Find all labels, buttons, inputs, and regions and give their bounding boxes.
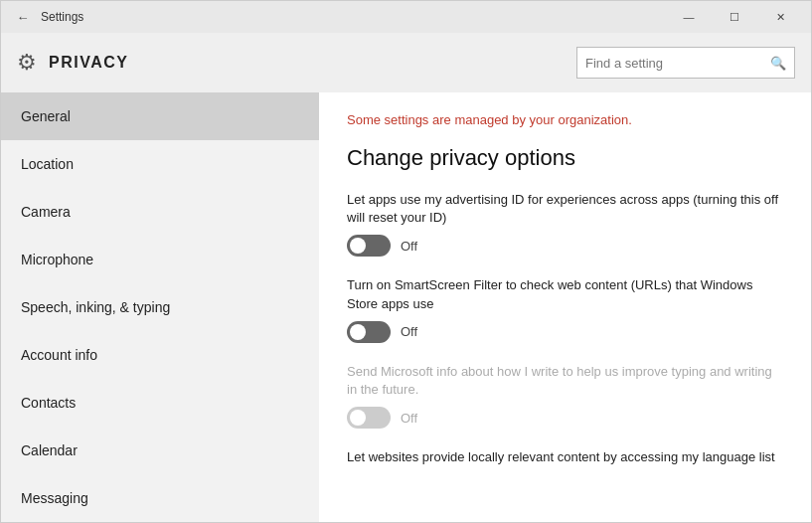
sidebar: General Location Camera Microphone Speec… (1, 92, 319, 522)
toggle-track-typing-info (347, 407, 391, 429)
privacy-icon: ⚙ (17, 50, 37, 76)
toggle-track-smartscreen (347, 321, 391, 343)
maximize-button[interactable]: ☐ (712, 1, 757, 33)
toggle-row-typing-info: Off (347, 407, 783, 429)
sidebar-label-messaging: Messaging (21, 490, 88, 506)
settings-window: ← Settings — ☐ ✕ ⚙ PRIVACY 🔍 General Loc… (0, 0, 812, 523)
app-header: ⚙ PRIVACY 🔍 (1, 33, 811, 92)
sidebar-item-general[interactable]: General (1, 92, 319, 140)
sidebar-label-speech: Speech, inking, & typing (21, 299, 170, 315)
setting-typing-info: Send Microsoft info about how I write to… (347, 363, 783, 429)
toggle-row-advertising-id: Off (347, 235, 783, 257)
sidebar-label-microphone: Microphone (21, 252, 93, 267)
setting-advertising-id: Let apps use my advertising ID for exper… (347, 191, 783, 257)
section-title: Change privacy options (347, 145, 783, 171)
sidebar-label-contacts: Contacts (21, 395, 76, 411)
setting-smartscreen: Turn on SmartScreen Filter to check web … (347, 276, 783, 342)
main-content: General Location Camera Microphone Speec… (1, 92, 811, 522)
sidebar-item-microphone[interactable]: Microphone (1, 236, 319, 283)
window-title: Settings (41, 10, 666, 24)
back-button[interactable]: ← (9, 3, 37, 31)
sidebar-label-location: Location (21, 156, 74, 172)
setting-label-typing-info: Send Microsoft info about how I write to… (347, 363, 783, 399)
search-box[interactable]: 🔍 (576, 47, 795, 79)
content-area: Some settings are managed by your organi… (319, 92, 811, 522)
toggle-track-advertising-id (347, 235, 391, 257)
sidebar-item-contacts[interactable]: Contacts (1, 379, 319, 427)
toggle-status-advertising-id: Off (401, 239, 417, 254)
toggle-smartscreen[interactable] (347, 321, 391, 343)
search-input[interactable] (585, 56, 770, 71)
sidebar-item-speech[interactable]: Speech, inking, & typing (1, 283, 319, 331)
sidebar-item-messaging[interactable]: Messaging (1, 474, 319, 522)
toggle-status-smartscreen: Off (401, 324, 417, 339)
sidebar-label-account-info: Account info (21, 347, 97, 363)
org-notice: Some settings are managed by your organi… (347, 112, 783, 127)
setting-language-list: Let websites provide locally relevant co… (347, 448, 783, 466)
sidebar-item-account-info[interactable]: Account info (1, 331, 319, 379)
sidebar-label-camera: Camera (21, 204, 71, 220)
search-icon: 🔍 (770, 56, 786, 71)
toggle-thumb-smartscreen (350, 324, 366, 340)
toggle-thumb-typing-info (350, 410, 366, 426)
window-controls: — ☐ ✕ (666, 1, 803, 33)
toggle-status-typing-info: Off (401, 411, 417, 426)
sidebar-item-location[interactable]: Location (1, 140, 319, 188)
sidebar-label-calendar: Calendar (21, 442, 78, 458)
close-button[interactable]: ✕ (757, 1, 803, 33)
setting-label-smartscreen: Turn on SmartScreen Filter to check web … (347, 276, 783, 312)
sidebar-item-calendar[interactable]: Calendar (1, 427, 319, 474)
toggle-advertising-id[interactable] (347, 235, 391, 257)
setting-label-advertising-id: Let apps use my advertising ID for exper… (347, 191, 783, 227)
toggle-typing-info (347, 407, 391, 429)
sidebar-label-general: General (21, 108, 71, 124)
app-title: PRIVACY (49, 54, 576, 72)
sidebar-item-camera[interactable]: Camera (1, 188, 319, 236)
toggle-row-smartscreen: Off (347, 321, 783, 343)
setting-label-language-list: Let websites provide locally relevant co… (347, 448, 783, 466)
toggle-thumb-advertising-id (350, 238, 366, 254)
title-bar: ← Settings — ☐ ✕ (1, 1, 811, 33)
minimize-button[interactable]: — (666, 1, 712, 33)
